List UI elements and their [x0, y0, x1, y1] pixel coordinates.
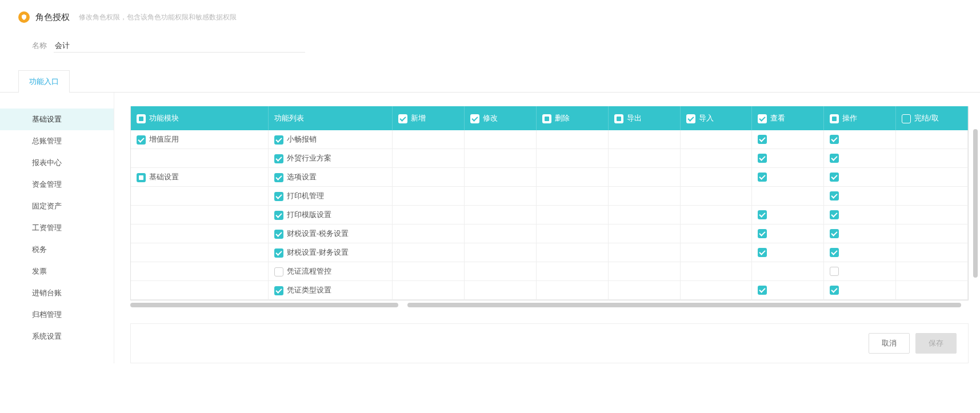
col-header-1[interactable]: 功能列表 — [268, 106, 392, 130]
col-label: 新增 — [411, 114, 426, 122]
page-header: 角色授权 修改角色权限，包含该角色功能权限和敏感数据权限 名称 — [0, 0, 980, 58]
checkbox-icon[interactable] — [758, 173, 767, 182]
cell-perm-7 — [896, 187, 968, 206]
checkbox-icon[interactable] — [274, 154, 283, 163]
cell-perm-5 — [752, 187, 824, 206]
cell-perm-4 — [680, 130, 752, 149]
checkbox-icon[interactable] — [902, 114, 911, 123]
col-header-0[interactable]: 功能模块 — [131, 106, 268, 130]
sidebar: 基础设置总账管理报表中心资金管理固定资产工资管理税务发票进销台账归档管理系统设置 — [0, 93, 114, 363]
checkbox-icon[interactable] — [758, 286, 767, 295]
cell-module — [131, 187, 268, 206]
page-title: 角色授权 — [35, 12, 70, 23]
checkbox-icon[interactable] — [137, 173, 146, 182]
cell-perm-5[interactable] — [752, 168, 824, 187]
checkbox-icon[interactable] — [274, 192, 283, 201]
col-header-9[interactable]: 完结/取 — [896, 106, 968, 130]
checkbox-icon[interactable] — [830, 191, 839, 201]
sidebar-item-6[interactable]: 税务 — [0, 239, 114, 260]
checkbox-icon[interactable] — [470, 114, 479, 123]
save-button[interactable]: 保存 — [915, 333, 957, 354]
vertical-scrollbar[interactable] — [973, 129, 978, 278]
checkbox-icon[interactable] — [830, 210, 839, 219]
checkbox-icon[interactable] — [830, 267, 839, 276]
checkbox-icon[interactable] — [758, 114, 767, 123]
name-label: 名称 — [32, 41, 47, 51]
sidebar-item-4[interactable]: 固定资产 — [0, 195, 114, 217]
cell-perm-4 — [680, 224, 752, 243]
checkbox-icon[interactable] — [274, 286, 283, 295]
checkbox-icon[interactable] — [830, 286, 839, 295]
col-header-2[interactable]: 新增 — [393, 106, 465, 130]
cell-perm-5[interactable] — [752, 243, 824, 262]
permission-table-wrap[interactable]: 功能模块功能列表新增修改删除导出导入查看操作完结/取 增值应用小畅报销外贸行业方… — [130, 106, 969, 300]
sidebar-item-3[interactable]: 资金管理 — [0, 174, 114, 195]
cell-perm-6[interactable] — [824, 168, 896, 187]
checkbox-icon[interactable] — [830, 229, 839, 238]
sidebar-item-9[interactable]: 归档管理 — [0, 304, 114, 326]
cell-perm-5[interactable] — [752, 130, 824, 149]
cell-perm-6[interactable] — [824, 243, 896, 262]
col-header-3[interactable]: 修改 — [464, 106, 536, 130]
checkbox-icon[interactable] — [686, 114, 695, 123]
checkbox-icon[interactable] — [830, 135, 839, 144]
checkbox-icon[interactable] — [830, 173, 839, 182]
function-label: 凭证类型设置 — [287, 286, 331, 294]
cell-perm-6[interactable] — [824, 281, 896, 300]
sidebar-item-5[interactable]: 工资管理 — [0, 217, 114, 239]
sidebar-item-2[interactable]: 报表中心 — [0, 152, 114, 174]
checkbox-icon[interactable] — [758, 154, 767, 163]
sidebar-item-8[interactable]: 进销台账 — [0, 282, 114, 304]
checkbox-icon[interactable] — [274, 173, 283, 182]
checkbox-icon[interactable] — [758, 135, 767, 144]
cell-function: 选项设置 — [268, 168, 392, 187]
cell-perm-1 — [464, 224, 536, 243]
checkbox-icon[interactable] — [758, 248, 767, 257]
checkbox-icon[interactable] — [274, 211, 283, 220]
cell-perm-1 — [464, 130, 536, 149]
checkbox-icon[interactable] — [830, 248, 839, 257]
cell-perm-5[interactable] — [752, 206, 824, 224]
col-header-4[interactable]: 删除 — [536, 106, 608, 130]
sidebar-item-1[interactable]: 总账管理 — [0, 130, 114, 152]
col-header-6[interactable]: 导入 — [680, 106, 752, 130]
cell-perm-5[interactable] — [752, 224, 824, 243]
cell-perm-6[interactable] — [824, 206, 896, 224]
cell-perm-0 — [393, 262, 465, 281]
tab-function-entry[interactable]: 功能入口 — [18, 70, 70, 93]
sidebar-item-7[interactable]: 发票 — [0, 260, 114, 282]
cell-perm-6[interactable] — [824, 187, 896, 206]
cell-perm-4 — [680, 187, 752, 206]
checkbox-icon[interactable] — [137, 135, 146, 145]
cancel-button[interactable]: 取消 — [869, 333, 910, 354]
checkbox-icon[interactable] — [398, 114, 407, 123]
cell-perm-4 — [680, 281, 752, 300]
checkbox-icon[interactable] — [830, 154, 839, 163]
checkbox-icon[interactable] — [274, 248, 283, 258]
cell-perm-6[interactable] — [824, 130, 896, 149]
col-header-8[interactable]: 操作 — [824, 106, 896, 130]
checkbox-icon[interactable] — [274, 135, 283, 145]
checkbox-icon[interactable] — [758, 210, 767, 219]
cell-perm-6[interactable] — [824, 149, 896, 168]
cell-perm-6[interactable] — [824, 262, 896, 281]
checkbox-icon[interactable] — [614, 114, 623, 123]
checkbox-icon[interactable] — [830, 114, 839, 123]
sidebar-item-10[interactable]: 系统设置 — [0, 326, 114, 347]
cell-perm-5[interactable] — [752, 149, 824, 168]
cell-perm-4 — [680, 243, 752, 262]
cell-perm-5[interactable] — [752, 281, 824, 300]
checkbox-icon[interactable] — [274, 267, 283, 276]
col-header-5[interactable]: 导出 — [608, 106, 680, 130]
checkbox-icon[interactable] — [542, 114, 551, 123]
checkbox-icon[interactable] — [758, 229, 767, 238]
horizontal-scrollbar[interactable] — [130, 303, 969, 307]
sidebar-item-0[interactable]: 基础设置 — [0, 109, 114, 130]
col-header-7[interactable]: 查看 — [752, 106, 824, 130]
checkbox-icon[interactable] — [137, 114, 146, 123]
table-row: 凭证流程管控 — [131, 262, 968, 281]
checkbox-icon[interactable] — [274, 230, 283, 239]
col-label: 操作 — [842, 114, 857, 122]
name-input[interactable] — [54, 39, 305, 53]
cell-perm-6[interactable] — [824, 224, 896, 243]
